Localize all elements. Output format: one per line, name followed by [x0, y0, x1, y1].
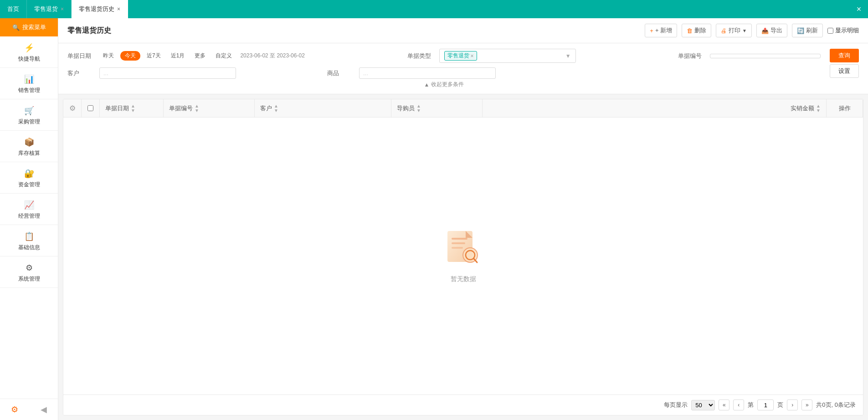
filter-area: 单据日期 昨天 今天 近7天 近1月 更多 自定义 2023-06-02 至 2… [58, 43, 868, 94]
sidebar-item-sales-label: 销售管理 [18, 87, 40, 94]
filter-row-1: 单据日期 昨天 今天 近7天 近1月 更多 自定义 2023-06-02 至 2… [67, 49, 821, 63]
sidebar-item-base-info[interactable]: 📋 基础信息 [0, 225, 58, 256]
date-yesterday[interactable]: 昨天 [99, 51, 118, 61]
sidebar-item-system[interactable]: ⚙ 系统管理 [0, 256, 58, 288]
date-more[interactable]: 更多 [191, 51, 209, 61]
date-1month[interactable]: 近1月 [167, 51, 189, 61]
tab-retail-return[interactable]: 零售退货 × [27, 0, 72, 18]
page-header: 零售退货历史 + + 新增 🗑 删除 🖨 打印 ▼ 📤 导出 [58, 18, 868, 43]
sidebar-item-inventory[interactable]: 📦 库存核算 [0, 131, 58, 162]
print-dropdown-icon: ▼ [742, 28, 747, 33]
page-number-input[interactable] [757, 400, 774, 410]
empty-illustration [441, 229, 486, 270]
display-detail-label: 显示明细 [835, 26, 859, 35]
base-info-icon: 📋 [24, 231, 34, 241]
date-today[interactable]: 今天 [120, 51, 140, 61]
export-label: 导出 [770, 26, 782, 35]
th-action: 操作 [827, 99, 863, 117]
tab-retail-return-history-close[interactable]: × [117, 6, 120, 12]
query-button[interactable]: 查询 [830, 49, 859, 62]
svg-rect-2 [452, 242, 465, 244]
export-icon: 📤 [761, 27, 769, 34]
sidebar-item-inventory-label: 库存核算 [18, 149, 40, 157]
new-icon: + [650, 27, 653, 34]
sidebar-item-quick-nav[interactable]: ⚡ 快捷导航 [0, 36, 58, 68]
customer-sort-icon: ▲▼ [274, 104, 278, 113]
sidebar-collapse-icon[interactable]: ◀ [41, 405, 47, 415]
sidebar-item-base-info-label: 基础信息 [18, 244, 40, 251]
export-button[interactable]: 📤 导出 [756, 24, 787, 37]
date-7days[interactable]: 近7天 [143, 51, 164, 61]
customer-input[interactable]: ... [99, 67, 236, 79]
delete-icon: 🗑 [687, 27, 693, 34]
type-selector[interactable]: 零售退货 × ▼ [439, 49, 576, 63]
th-checkbox[interactable] [82, 99, 100, 117]
new-button[interactable]: + + 新增 [645, 24, 677, 37]
display-detail-checkbox[interactable]: 显示明细 [827, 26, 859, 35]
filter-actions: 查询 设置 [830, 49, 859, 78]
system-icon: ⚙ [26, 263, 33, 273]
collapse-button[interactable]: ▲ 收起更多条件 [424, 81, 464, 88]
date-custom[interactable]: 自定义 [212, 51, 236, 61]
display-detail-input[interactable] [827, 28, 833, 34]
print-button[interactable]: 🖨 打印 ▼ [716, 24, 752, 37]
type-selector-arrow: ▼ [565, 53, 571, 59]
sales-icon: 📊 [24, 74, 34, 84]
purchase-icon: 🛒 [24, 106, 34, 116]
next-page-button[interactable]: › [787, 400, 798, 410]
page-title: 零售退货历史 [67, 26, 111, 36]
th-amount[interactable]: 实销金额 ▲▼ [483, 99, 827, 117]
prev-page-button[interactable]: ‹ [733, 400, 744, 410]
date-filter: 昨天 今天 近7天 近1月 更多 自定义 2023-06-02 至 2023-0… [99, 51, 305, 61]
search-icon: 🔍 [12, 24, 20, 31]
th-guide[interactable]: 导购员 ▲▼ [391, 99, 483, 117]
filter-section: 单据日期 昨天 今天 近7天 近1月 更多 自定义 2023-06-02 至 2… [67, 49, 859, 88]
settings-button[interactable]: 设置 [830, 64, 859, 78]
first-page-button[interactable]: « [719, 400, 729, 410]
sidebar-item-sales[interactable]: 📊 销售管理 [0, 68, 58, 99]
goods-placeholder: ... [363, 70, 368, 77]
delete-label: 删除 [694, 26, 706, 35]
last-page-button[interactable]: » [801, 400, 812, 410]
th-date[interactable]: 单据日期 ▲▼ [100, 99, 164, 117]
refresh-button[interactable]: 🔄 刷新 [792, 24, 823, 37]
date-sort-icon: ▲▼ [131, 104, 135, 113]
sidebar-item-system-label: 系统管理 [18, 275, 40, 283]
tab-retail-return-label: 零售退货 [34, 5, 58, 13]
quick-nav-icon: ⚡ [24, 43, 34, 53]
th-number[interactable]: 单据编号 ▲▼ [164, 99, 255, 117]
delete-button[interactable]: 🗑 删除 [682, 24, 711, 37]
collapse-label: 收起更多条件 [431, 81, 464, 88]
table-header: ⚙ 单据日期 ▲▼ 单据编号 ▲▼ 客户 ▲▼ 导购员 [63, 99, 863, 118]
type-tag-value: 零售退货 [447, 52, 469, 60]
amount-sort-icon: ▲▼ [816, 104, 821, 113]
window-close-button[interactable]: × [850, 0, 868, 18]
sidebar-settings-icon[interactable]: ⚙ [11, 405, 18, 415]
th-customer[interactable]: 客户 ▲▼ [255, 99, 391, 117]
sidebar-bottom: ⚙ ◀ [0, 399, 58, 420]
sidebar-item-operations[interactable]: 📈 经营管理 [0, 194, 58, 225]
th-amount-label: 实销金额 [791, 104, 814, 113]
page-size-select[interactable]: 50 20 100 [691, 400, 715, 410]
table-body: 暂无数据 [63, 118, 863, 394]
th-date-label: 单据日期 [105, 104, 129, 113]
sidebar-item-finance[interactable]: 🔐 资金管理 [0, 162, 58, 194]
th-settings[interactable]: ⚙ [63, 99, 82, 117]
top-nav: 首页 零售退货 × 零售退货历史 × × [0, 0, 868, 18]
th-action-label: 操作 [839, 104, 851, 113]
number-label: 单据编号 [678, 52, 710, 60]
sidebar-search[interactable]: 🔍 搜索菜单 [0, 18, 58, 36]
inventory-icon: 📦 [24, 137, 34, 147]
tab-retail-return-close[interactable]: × [61, 6, 64, 12]
sidebar: 🔍 搜索菜单 ⚡ 快捷导航 📊 销售管理 🛒 采购管理 📦 库存核算 🔐 资金管… [0, 18, 58, 420]
goods-input[interactable]: ... [359, 67, 496, 79]
filter-row-2: 客户 ... 商品 ... [67, 67, 821, 79]
goods-label: 商品 [327, 69, 359, 77]
select-all-checkbox[interactable] [87, 105, 93, 111]
sidebar-item-purchase[interactable]: 🛒 采购管理 [0, 99, 58, 131]
tab-home[interactable]: 首页 [0, 0, 27, 18]
number-input[interactable] [710, 54, 821, 58]
tab-retail-return-history[interactable]: 零售退货历史 × [72, 0, 128, 18]
type-tag-remove[interactable]: × [471, 53, 474, 59]
svg-rect-3 [452, 247, 463, 249]
